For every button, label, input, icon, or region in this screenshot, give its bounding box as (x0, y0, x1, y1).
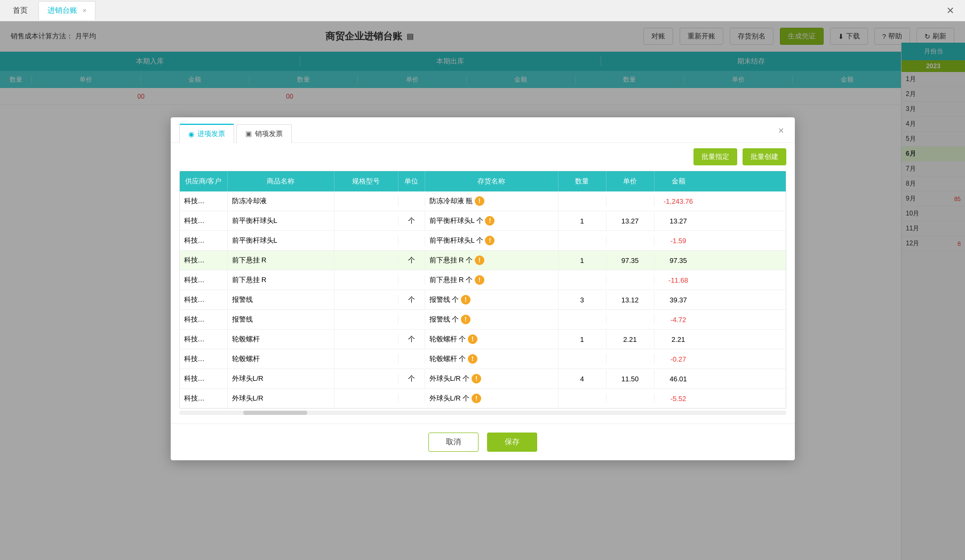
col-unit-price: 单价 (607, 171, 655, 191)
cell-stock-name: 外球头L/R 个 ! (425, 389, 559, 408)
cell-stock-name: 前平衡杆球头L 个 ! (425, 231, 559, 250)
cell-quantity (559, 275, 607, 285)
batch-create-button[interactable]: 批量创建 (743, 148, 786, 165)
cell-unit-price: 2.21 (607, 331, 655, 348)
cell-unit (398, 394, 425, 403)
table-body: 科技… 防冻冷却液 防冻冷却液 瓶 ! -1,243.76 科技… 前平衡杆球头… (180, 191, 786, 408)
outgoing-invoice-icon: ▣ (245, 130, 252, 138)
table-row[interactable]: 科技… 防冻冷却液 防冻冷却液 瓶 ! -1,243.76 (180, 191, 786, 211)
tab-active[interactable]: 进销台账 × (38, 1, 95, 20)
dialog-header: ◉ 进项发票 ▣ 销项发票 × (171, 117, 795, 143)
scrollbar-thumb[interactable] (243, 411, 307, 415)
cell-spec (334, 236, 398, 245)
incoming-invoice-icon: ◉ (188, 130, 194, 138)
cancel-button[interactable]: 取消 (428, 433, 478, 452)
cell-spec (334, 255, 398, 265)
cell-unit-price (607, 236, 655, 245)
table-row[interactable]: 科技… 报警线 个 报警线 个 ! 3 13.12 39.37 (180, 290, 786, 310)
table-row[interactable]: 科技… 外球头L/R 个 外球头L/R 个 ! 4 11.50 46.01 (180, 369, 786, 389)
cell-quantity: 3 (559, 291, 607, 309)
tab-close-icon[interactable]: × (83, 7, 86, 14)
col-company: 供应商/客户 (180, 171, 228, 191)
cell-unit-price (607, 275, 655, 285)
table-row[interactable]: 科技… 前下悬挂 R 个 前下悬挂 R 个 ! 1 97.35 97.35 (180, 251, 786, 270)
table-row[interactable]: 科技… 前平衡杆球头L 个 前平衡杆球头L 个 ! 1 13.27 13.27 (180, 211, 786, 231)
cell-company: 科技… (180, 270, 228, 290)
invoice-dialog: ◉ 进项发票 ▣ 销项发票 × 批量指定 批量创建 供应商/客户 商品名称 规格… (171, 117, 795, 460)
warning-icon: ! (475, 196, 484, 206)
cell-company: 科技… (180, 211, 228, 230)
window-close-icon[interactable]: ✕ (940, 5, 961, 17)
table-row[interactable]: 科技… 前平衡杆球头L 前平衡杆球头L 个 ! -1.59 (180, 231, 786, 251)
cell-unit: 个 (398, 251, 425, 270)
cell-product-name: 外球头L/R (228, 389, 334, 408)
cell-product-name: 防冻冷却液 (228, 191, 334, 211)
cell-unit (398, 236, 425, 245)
col-spec: 规格型号 (334, 171, 398, 191)
cell-stock-name: 防冻冷却液 瓶 ! (425, 191, 559, 211)
table-row[interactable]: 科技… 报警线 报警线 个 ! -4.72 (180, 310, 786, 330)
cell-product-name: 前下悬挂 R (228, 251, 334, 270)
cell-amount: 39.37 (655, 291, 703, 309)
cell-unit: 个 (398, 369, 425, 388)
tab-active-label: 进销台账 (47, 6, 77, 15)
cell-unit (398, 354, 425, 364)
cell-quantity (559, 236, 607, 245)
cell-company: 科技… (180, 290, 228, 309)
cell-product-name: 轮毂螺杆 (228, 330, 334, 349)
cell-unit-price: 13.12 (607, 291, 655, 309)
cell-spec (334, 315, 398, 324)
warning-icon: ! (472, 394, 481, 403)
cell-unit-price: 11.50 (607, 370, 655, 388)
cell-product-name: 前下悬挂 R (228, 270, 334, 290)
scrollbar-track[interactable] (179, 411, 786, 415)
cell-amount: 2.21 (655, 331, 703, 348)
cell-unit: 个 (398, 290, 425, 309)
table-header: 供应商/客户 商品名称 规格型号 单位 存货名称 数量 单价 金额 (180, 171, 786, 191)
cell-company: 科技… (180, 389, 228, 408)
cell-spec (334, 196, 398, 206)
warning-icon: ! (485, 216, 495, 226)
col-unit: 单位 (398, 171, 425, 191)
cell-spec (334, 216, 398, 226)
cell-company: 科技… (180, 191, 228, 211)
col-product-name: 商品名称 (228, 171, 334, 191)
table-row[interactable]: 科技… 外球头L/R 外球头L/R 个 ! -5.52 (180, 389, 786, 408)
cell-quantity (559, 394, 607, 403)
table-row[interactable]: 科技… 前下悬挂 R 前下悬挂 R 个 ! -11.68 (180, 270, 786, 290)
cell-company: 科技… (180, 251, 228, 270)
cell-product-name: 外球头L/R (228, 369, 334, 388)
cell-company: 科技… (180, 369, 228, 388)
cell-stock-name: 外球头L/R 个 ! (425, 369, 559, 388)
cell-quantity (559, 196, 607, 206)
cell-unit (398, 315, 425, 324)
cell-stock-name: 前平衡杆球头L 个 ! (425, 211, 559, 230)
cell-amount: -1,243.76 (655, 193, 703, 210)
cell-company: 科技… (180, 349, 228, 369)
cell-company: 科技… (180, 310, 228, 329)
tab-outgoing-invoice[interactable]: ▣ 销项发票 (236, 124, 292, 143)
warning-icon: ! (468, 334, 477, 344)
warning-icon: ! (461, 295, 470, 305)
cell-unit-price: 13.27 (607, 212, 655, 230)
cell-quantity: 1 (559, 331, 607, 348)
cell-product-name: 前平衡杆球头L (228, 211, 334, 230)
table-row[interactable]: 科技… 轮毂螺杆 轮毂螺杆 个 ! -0.27 (180, 349, 786, 369)
warning-icon: ! (472, 374, 481, 383)
cell-unit (398, 196, 425, 206)
cell-unit: 个 (398, 211, 425, 230)
col-stock-name: 存货名称 (425, 171, 559, 191)
tab-home[interactable]: 首页 (4, 2, 36, 20)
save-button[interactable]: 保存 (487, 433, 537, 452)
cell-unit (398, 275, 425, 285)
batch-assign-button[interactable]: 批量指定 (693, 148, 737, 165)
cell-product-name: 轮毂螺杆 (228, 349, 334, 369)
warning-icon: ! (485, 236, 495, 245)
cell-unit-price (607, 354, 655, 364)
cell-amount: 13.27 (655, 212, 703, 230)
dialog-close-button[interactable]: × (776, 125, 786, 137)
tab-incoming-invoice[interactable]: ◉ 进项发票 (179, 124, 234, 143)
cell-quantity: 1 (559, 252, 607, 269)
cell-spec (334, 334, 398, 344)
table-row[interactable]: 科技… 轮毂螺杆 个 轮毂螺杆 个 ! 1 2.21 2.21 (180, 330, 786, 349)
